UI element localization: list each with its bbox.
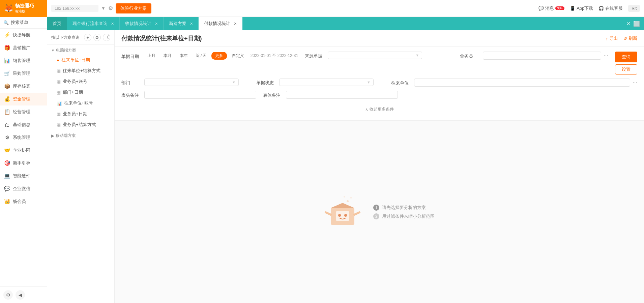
- sidebar-item-hardware[interactable]: 💻 智能硬件: [0, 170, 47, 182]
- filter-settings-btn[interactable]: 设置: [615, 64, 637, 74]
- quick-nav-icon: ⚡: [4, 32, 10, 38]
- sidebar-item-label: 销售管理: [13, 58, 30, 64]
- scheme-item-partner-settlement[interactable]: ▦ 往来单位+结算方式: [47, 65, 114, 76]
- tab-bank-flow[interactable]: 现金银行流水查询 ✕: [67, 17, 120, 30]
- scheme-header: 按以下方案查询 + ⚙ 《: [47, 30, 114, 45]
- scheme-item-salesperson-settlement[interactable]: ▦ 业务员+结算方式: [47, 119, 114, 130]
- sidebar-item-inventory[interactable]: 📦 库存核算: [0, 80, 47, 93]
- sidebar-item-wechat[interactable]: 💬 企业微信: [0, 182, 47, 195]
- collapse-more-conditions[interactable]: ∧ 收起更多条件: [121, 103, 637, 116]
- hardware-icon: 💻: [4, 173, 10, 179]
- add-scheme-btn[interactable]: +: [84, 34, 91, 41]
- collab-icon: 🤝: [4, 147, 10, 153]
- date-btn-this-year[interactable]: 本年: [177, 52, 191, 60]
- sidebar-item-label: 资金管理: [13, 96, 30, 102]
- svg-point-9: [344, 196, 345, 198]
- settings-bottom-btn[interactable]: ⚙: [3, 290, 13, 300]
- sidebar-item-finance[interactable]: 💰 资金管理: [0, 93, 47, 105]
- tab-home[interactable]: 首页: [47, 17, 67, 30]
- sidebar-item-label: 系统管理: [13, 134, 30, 141]
- tab-receipt-stats[interactable]: 收款情况统计 ✕: [120, 17, 164, 30]
- date-filter-values: 上月 本月 本年 近7天 更多 自定义 2022-01-01 至 2022-12…: [144, 52, 298, 60]
- tab-payment-stats[interactable]: 付款情况统计 ✕: [199, 17, 242, 30]
- empty-content-row: 1 请先选择要分析的方案 2 用过滤条件来缩小分析范围: [324, 193, 435, 231]
- tab-new-scheme[interactable]: 新建方案 ✕: [164, 17, 199, 30]
- date-btn-custom[interactable]: 自定义: [229, 52, 247, 60]
- collapse-scheme-btn[interactable]: 《: [103, 34, 110, 41]
- date-btn-last-month[interactable]: 上月: [144, 52, 158, 60]
- header-note-input[interactable]: [144, 91, 256, 99]
- sidebar-item-sales[interactable]: 📊 销售管理: [0, 54, 47, 67]
- tab-close-icon[interactable]: ✕: [155, 22, 158, 26]
- scheme-item-partner-date[interactable]: ● 往来单位+日期: [47, 55, 114, 65]
- partner-input[interactable]: [414, 79, 630, 87]
- export-btn[interactable]: ↑ 导出: [606, 35, 618, 41]
- online-service-btn[interactable]: 🎧 在线客服: [598, 5, 623, 11]
- main-area: 192.168.xx.xx ▼ ⚙ 体验行业方案 💬 消息 99+ 📱 App下…: [47, 0, 644, 303]
- salesperson-more-icon[interactable]: ···: [604, 53, 608, 59]
- voucher-status-label: 单据状态: [256, 79, 276, 86]
- scheme-item-salesperson-account[interactable]: ▦ 业务员+账号: [47, 76, 114, 87]
- source-select[interactable]: ▼: [328, 52, 422, 59]
- sidebar-item-vip[interactable]: 👑 畅会员: [0, 195, 47, 208]
- scheme-item-salesperson-date[interactable]: ▦ 业务员+日期: [47, 109, 114, 119]
- sidebar-item-system[interactable]: ⚙ 系统管理: [0, 131, 47, 144]
- sidebar-item-guide[interactable]: 🎯 新手引导: [0, 157, 47, 170]
- app-download-btn[interactable]: 📱 App下载: [570, 5, 593, 11]
- page-title: 付款情况统计(往来单位+日期): [121, 34, 202, 42]
- message-badge: 99+: [555, 6, 564, 10]
- sidebar-item-marketing[interactable]: 🎁 营销推广: [0, 41, 47, 54]
- svg-line-5: [326, 212, 331, 215]
- empty-tips: 1 请先选择要分析的方案 2 用过滤条件来缩小分析范围: [373, 205, 435, 219]
- trial-btn[interactable]: 体验行业方案: [116, 3, 151, 13]
- svg-point-4: [344, 214, 347, 217]
- source-dropdown-icon: ▼: [415, 53, 419, 57]
- scheme-item-label: 往来单位+日期: [61, 57, 90, 63]
- salesperson-filter-col: 业务员 ···: [460, 52, 608, 60]
- settings-icon[interactable]: ⚙: [108, 5, 113, 11]
- scheme-header-actions: + ⚙ 《: [84, 34, 110, 41]
- date-btn-this-month[interactable]: 本月: [160, 52, 175, 60]
- scheme-item-partner-account[interactable]: 📊 往来单位+账号: [47, 98, 114, 109]
- filter-row-2: 部门 ▼ 单据状态 ▼ 往来单位: [121, 79, 637, 87]
- pc-group-arrow[interactable]: ▼: [51, 49, 55, 52]
- query-btn[interactable]: 查询: [615, 52, 637, 62]
- salesperson-input[interactable]: [483, 52, 601, 60]
- inventory-icon: 📦: [4, 83, 10, 89]
- tab-close-icon[interactable]: ✕: [111, 22, 114, 26]
- body-note-input[interactable]: [286, 91, 398, 99]
- sidebar-item-quick-nav[interactable]: ⚡ 快捷导航: [0, 29, 47, 41]
- partner-more-icon[interactable]: ···: [633, 80, 637, 86]
- header-note-col: 表头备注: [121, 91, 256, 99]
- search-menu[interactable]: 🔍 搜索菜单: [0, 17, 47, 29]
- filter-row-1: 单据日期 上月 本月 本年 近7天 更多 自定义 2022-01-01 至 20…: [121, 52, 637, 74]
- finance-icon: 💰: [4, 96, 10, 102]
- date-btn-more[interactable]: 更多: [211, 52, 227, 60]
- address-dropdown-icon[interactable]: ▼: [101, 6, 106, 11]
- tabbar-actions: ✕ ⬜: [622, 17, 644, 30]
- user-avatar[interactable]: Rit: [628, 5, 640, 12]
- tab-close-icon[interactable]: ✕: [190, 22, 193, 26]
- close-all-tabs-btn[interactable]: ✕: [626, 21, 631, 27]
- sidebar-item-purchase[interactable]: 🛒 采购管理: [0, 67, 47, 80]
- collapse-sidebar-btn[interactable]: ◀: [16, 290, 25, 300]
- mobile-scheme-group[interactable]: ▶ 移动端方案: [47, 130, 114, 140]
- sidebar-item-basic-info[interactable]: 🗂 基础信息: [0, 118, 47, 131]
- dept-label: 部门: [121, 79, 142, 86]
- maximize-btn[interactable]: ⬜: [633, 21, 640, 27]
- sidebar-item-business[interactable]: 📋 经营管理: [0, 105, 47, 118]
- page-title-actions: ↑ 导出 ↺ 刷新: [606, 35, 638, 41]
- message-icon: 💬: [538, 6, 544, 11]
- tab-label: 现金银行流水查询: [72, 21, 108, 27]
- sidebar-item-collab[interactable]: 🤝 企业协同: [0, 144, 47, 157]
- scheme-settings-btn[interactable]: ⚙: [93, 34, 101, 41]
- voucher-status-select[interactable]: ▼: [279, 79, 374, 86]
- app-name: 畅捷通巧: [15, 3, 34, 9]
- tab-close-icon[interactable]: ✕: [234, 22, 237, 26]
- message-btn[interactable]: 💬 消息 99+: [538, 5, 564, 11]
- scheme-item-dept-date[interactable]: ▦ 部门+日期: [47, 87, 114, 98]
- refresh-btn[interactable]: ↺ 刷新: [623, 35, 637, 41]
- dept-select[interactable]: ▼: [144, 79, 239, 86]
- date-btn-7days[interactable]: 近7天: [193, 52, 209, 60]
- guide-icon: 🎯: [4, 160, 10, 166]
